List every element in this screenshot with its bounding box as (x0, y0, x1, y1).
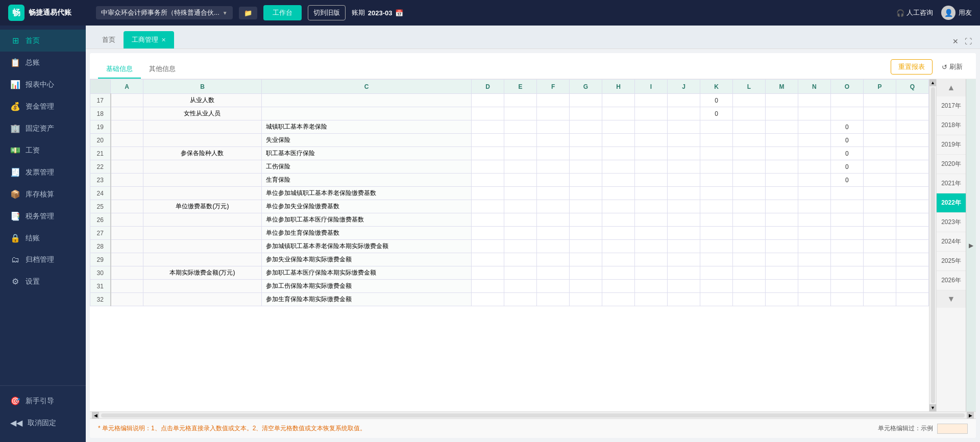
cell-25-L[interactable] (732, 200, 765, 213)
cell-25-M[interactable] (765, 200, 798, 213)
cell-17-B[interactable]: 从业人数 (143, 94, 261, 107)
cell-23-I[interactable] (635, 174, 668, 187)
cell-21-N[interactable] (798, 147, 830, 160)
cell-26-B[interactable] (143, 213, 261, 227)
cell-32-J[interactable] (668, 293, 700, 306)
cell-24-N[interactable] (798, 187, 830, 200)
cell-18-C[interactable] (261, 107, 471, 120)
cell-19-Q[interactable] (896, 120, 928, 134)
cell-18-M[interactable] (765, 107, 798, 120)
cell-20-N[interactable] (798, 134, 830, 147)
cell-21-K[interactable] (700, 147, 732, 160)
archive-btn[interactable]: 📁 (239, 7, 257, 19)
cell-26-O[interactable] (830, 213, 863, 227)
cell-26-L[interactable] (732, 213, 765, 227)
cell-20-K[interactable] (700, 134, 732, 147)
year-item-2026[interactable]: 2026年 (937, 271, 966, 290)
cell-31-P[interactable] (863, 280, 896, 293)
cell-18-O[interactable] (830, 107, 863, 120)
workbench-btn[interactable]: 工作台 (263, 5, 302, 20)
cell-29-L[interactable] (732, 253, 765, 266)
cell-30-E[interactable] (504, 266, 537, 280)
cell-18-H[interactable] (602, 107, 635, 120)
cell-29-A[interactable] (111, 253, 143, 266)
cell-27-B[interactable] (143, 227, 261, 240)
cell-17-A[interactable] (111, 94, 143, 107)
cell-20-P[interactable] (863, 134, 896, 147)
cell-22-A[interactable] (111, 160, 143, 174)
cell-26-J[interactable] (668, 213, 700, 227)
cell-22-N[interactable] (798, 160, 830, 174)
cell-18-L[interactable] (732, 107, 765, 120)
year-item-2021[interactable]: 2021年 (937, 174, 966, 193)
cell-21-P[interactable] (863, 147, 896, 160)
cell-24-B[interactable] (143, 187, 261, 200)
cell-19-G[interactable] (570, 120, 602, 134)
cell-32-A[interactable] (111, 293, 143, 306)
cell-19-N[interactable] (798, 120, 830, 134)
cell-30-B[interactable]: 本期实际缴费金额(万元) (143, 266, 261, 280)
cell-32-I[interactable] (635, 293, 668, 306)
sidebar-item-capital[interactable]: 💰 资金管理 (0, 95, 86, 117)
cell-25-B[interactable]: 单位缴费基数(万元) (143, 200, 261, 213)
cell-30-D[interactable] (472, 266, 504, 280)
cell-24-E[interactable] (504, 187, 537, 200)
cell-28-N[interactable] (798, 240, 830, 253)
cell-29-N[interactable] (798, 253, 830, 266)
cell-19-D[interactable] (472, 120, 504, 134)
cell-29-M[interactable] (765, 253, 798, 266)
year-item-2017[interactable]: 2017年 (937, 96, 966, 116)
cell-29-O[interactable] (830, 253, 863, 266)
cell-26-H[interactable] (602, 213, 635, 227)
hscroll-area[interactable]: ◀ ▶ (90, 411, 976, 419)
cell-30-H[interactable] (602, 266, 635, 280)
cell-29-D[interactable] (472, 253, 504, 266)
year-scroll-up-btn[interactable]: ▲ (937, 79, 966, 96)
cell-26-K[interactable] (700, 213, 732, 227)
cell-18-D[interactable] (472, 107, 504, 120)
refresh-btn[interactable]: ↺ 刷新 (937, 60, 968, 74)
cell-19-J[interactable] (668, 120, 700, 134)
cell-20-Q[interactable] (896, 134, 928, 147)
cell-20-L[interactable] (732, 134, 765, 147)
cell-28-P[interactable] (863, 240, 896, 253)
cell-22-L[interactable] (732, 160, 765, 174)
cell-20-O[interactable]: 0 (830, 134, 863, 147)
cell-22-H[interactable] (602, 160, 635, 174)
cell-19-P[interactable] (863, 120, 896, 134)
cell-31-G[interactable] (570, 280, 602, 293)
scroll-down-btn[interactable]: ▼ (929, 404, 937, 411)
cell-18-E[interactable] (504, 107, 537, 120)
cell-18-J[interactable] (668, 107, 700, 120)
cell-27-K[interactable] (700, 227, 732, 240)
cell-17-Q[interactable] (896, 94, 928, 107)
cell-18-F[interactable] (537, 107, 570, 120)
cell-22-J[interactable] (668, 160, 700, 174)
cell-28-L[interactable] (732, 240, 765, 253)
cell-24-I[interactable] (635, 187, 668, 200)
cell-25-K[interactable] (700, 200, 732, 213)
cell-28-C[interactable]: 参加城镇职工基本养老保险本期实际缴费金额 (261, 240, 471, 253)
cell-24-M[interactable] (765, 187, 798, 200)
cell-29-E[interactable] (504, 253, 537, 266)
cell-25-H[interactable] (602, 200, 635, 213)
cell-24-P[interactable] (863, 187, 896, 200)
service-btn[interactable]: 🎧 人工咨询 (896, 8, 933, 17)
cell-21-C[interactable]: 职工基本医疗保险 (261, 147, 471, 160)
cell-21-D[interactable] (472, 147, 504, 160)
cell-29-F[interactable] (537, 253, 570, 266)
cell-24-C[interactable]: 单位参加城镇职工基本养老保险缴费基数 (261, 187, 471, 200)
reset-report-btn[interactable]: 重置报表 (891, 59, 933, 75)
cell-17-N[interactable] (798, 94, 830, 107)
cell-30-A[interactable] (111, 266, 143, 280)
cell-23-D[interactable] (472, 174, 504, 187)
cell-28-M[interactable] (765, 240, 798, 253)
cell-29-J[interactable] (668, 253, 700, 266)
spreadsheet-main[interactable]: A B C D E F G H I J K L (90, 79, 929, 411)
cell-22-I[interactable] (635, 160, 668, 174)
cell-25-P[interactable] (863, 200, 896, 213)
cell-23-G[interactable] (570, 174, 602, 187)
cell-27-Q[interactable] (896, 227, 928, 240)
hscroll-track[interactable] (101, 413, 965, 418)
cell-28-I[interactable] (635, 240, 668, 253)
